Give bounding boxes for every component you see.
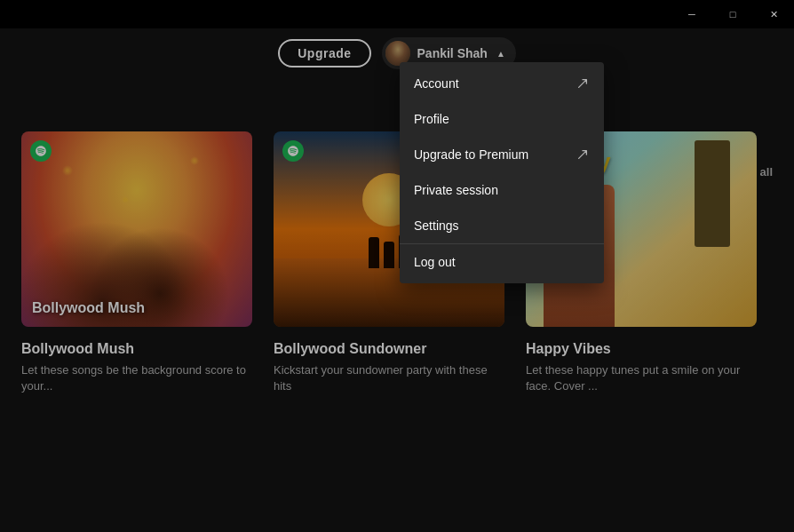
card-title-bollywood-sundowner: Bollywood Sundowner [274, 341, 504, 357]
card3-palm-tree [695, 140, 730, 247]
card1-spotify-icon [30, 140, 52, 162]
maximize-button[interactable]: □ [712, 0, 753, 28]
menu-item-settings[interactable]: Settings [400, 208, 604, 244]
logout-label: Log out [414, 255, 456, 269]
topbar: Upgrade Pankil Shah ▲ [0, 28, 794, 78]
main-content: Show all Bollywood Mush Bollywood Mush L… [0, 78, 794, 532]
settings-label: Settings [414, 218, 459, 233]
card-title-happy-vibes: Happy Vibes [526, 341, 757, 357]
card-title-bollywood-mush: Bollywood Mush [21, 341, 252, 357]
card-desc-bollywood-sundowner: Kickstart your sundowner party with thes… [274, 362, 504, 394]
card1-overlay-title: Bollywood Mush [32, 300, 145, 316]
menu-item-logout[interactable]: Log out [400, 244, 604, 280]
minimize-button[interactable]: ─ [671, 0, 712, 28]
window-controls: ─ □ ✕ [671, 0, 794, 28]
chevron-up-icon: ▲ [496, 49, 505, 59]
figure-2 [384, 242, 394, 268]
cards-row: Bollywood Mush Bollywood Mush Let these … [21, 131, 773, 394]
card-image-bollywood-mush: Bollywood Mush [21, 131, 252, 327]
external-link-icon-2 [576, 147, 590, 162]
menu-item-profile[interactable]: Profile [400, 101, 604, 137]
card2-spotify-icon [282, 140, 304, 162]
card1-background: Bollywood Mush [21, 131, 252, 327]
account-label: Account [414, 76, 459, 91]
card-desc-happy-vibes: Let these happy tunes put a smile on you… [526, 362, 757, 394]
menu-item-private-session[interactable]: Private session [400, 172, 604, 208]
upgrade-premium-label: Upgrade to Premium [414, 147, 528, 162]
close-button[interactable]: ✕ [753, 0, 794, 28]
menu-item-upgrade-premium[interactable]: Upgrade to Premium [400, 137, 604, 172]
external-link-icon [576, 76, 590, 91]
figure-1 [369, 237, 379, 268]
user-dropdown-menu: Account Profile Upgrade to Premium Priva… [400, 62, 604, 283]
titlebar: ─ □ ✕ [0, 0, 794, 28]
upgrade-button[interactable]: Upgrade [278, 39, 370, 67]
card-desc-bollywood-mush: Let these songs be the background score … [21, 362, 252, 394]
menu-item-account[interactable]: Account [400, 66, 604, 101]
private-session-label: Private session [414, 183, 498, 197]
profile-label: Profile [414, 112, 449, 126]
card-bollywood-mush[interactable]: Bollywood Mush Bollywood Mush Let these … [21, 131, 252, 394]
user-name-label: Pankil Shah [417, 46, 488, 60]
